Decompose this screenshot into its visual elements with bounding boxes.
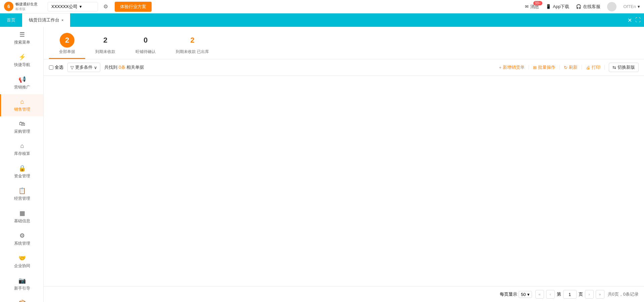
online-service-button[interactable]: 🎧 在线客服	[576, 4, 600, 10]
page-suffix: 页	[579, 291, 583, 297]
add-sale-order-button[interactable]: + 新增销货单	[499, 64, 525, 70]
sidebar-item-finance[interactable]: 🔒 资金管理	[0, 161, 43, 183]
sidebar-item-guide[interactable]: 📷 新手引导	[0, 273, 43, 295]
filter-chevron-icon: ∨	[94, 65, 97, 70]
chevron-down-icon: ▾	[638, 4, 640, 9]
switch-icon: ⇆	[612, 65, 616, 70]
tab-expand-icon[interactable]: ⛶	[635, 17, 641, 23]
sidebar-label-purchase: 采购管理	[14, 129, 30, 134]
sidebar-label-business: 经营管理	[14, 196, 30, 201]
tab-right-icons: ✕ ⛶	[628, 17, 644, 23]
sidebar-item-system[interactable]: ⚙ 系统管理	[0, 228, 43, 250]
found-count: 0条	[119, 65, 125, 70]
tab-minimize-icon[interactable]: ✕	[628, 17, 632, 23]
sidebar-label-guide: 新手引导	[14, 286, 30, 291]
refresh-label: 刷新	[569, 64, 578, 70]
filter-button[interactable]: ▽ 更多条件 ∨	[67, 63, 100, 72]
stat-tab-overdue[interactable]: 2 到期未收款	[85, 30, 125, 59]
company-selector[interactable]: XXXXXX公司 ▾	[48, 2, 98, 11]
chevron-down-icon: ▾	[79, 4, 82, 9]
sidebar-item-app-center[interactable]: 📦 应用中心	[0, 295, 43, 302]
filter-icon: ▽	[70, 65, 74, 70]
batch-label: 批量操作	[538, 64, 555, 70]
stat-tab-pending[interactable]: 0 旺铺待确认	[125, 30, 166, 59]
stat-tab-overdue-out[interactable]: 2 到期未收款 已出库	[166, 30, 219, 59]
mobile-icon: 📱	[546, 4, 551, 9]
first-page-icon: «	[538, 292, 540, 296]
pagination: 每页显示 50 ▾ « ‹ 第 页 ›	[44, 286, 644, 302]
checkbox-input[interactable]	[49, 65, 53, 70]
batch-operation-button[interactable]: ⊞ 批量操作	[533, 64, 555, 70]
sidebar-item-inventory[interactable]: ⌂ 库存核算	[0, 138, 43, 161]
sidebar-item-purchase[interactable]: 🛍 采购管理	[0, 116, 43, 138]
finance-icon: 🔒	[18, 165, 26, 172]
sidebar-label-marketing: 营销推广	[14, 84, 30, 90]
add-icon: +	[499, 65, 501, 70]
sidebar-item-basic-info[interactable]: ▦ 基础信息	[0, 205, 43, 228]
found-text: 共找到 0条 相关单据	[104, 64, 144, 70]
page-size-dropdown[interactable]: 50 ▾	[519, 291, 532, 298]
main-layout: ☰ 搜索菜单 ⚡ 快捷导航 📢 营销推广 ⌂ 销售管理 🛍 采购管理 ⌂ 库存核…	[0, 27, 644, 302]
prev-page-icon: ‹	[550, 292, 551, 296]
stat-tab-all[interactable]: 2 全部单据	[49, 30, 85, 59]
service-icon: 🎧	[576, 4, 581, 9]
message-icon: ✉	[525, 4, 529, 9]
tab-close-icon[interactable]: ×	[61, 18, 63, 22]
add-label: 新增销货单	[503, 64, 525, 70]
experience-button[interactable]: 体验行业方案	[115, 2, 152, 12]
switch-label: 切换新版	[618, 64, 635, 70]
message-button[interactable]: ✉ 消息 99+	[525, 4, 539, 10]
page-size-label: 每页显示	[500, 291, 517, 297]
page-total: 共0页，0条记录	[608, 291, 639, 297]
next-page-button[interactable]: ›	[585, 290, 594, 299]
print-label: 打印	[592, 64, 600, 70]
page-label: 第	[557, 291, 561, 297]
stat-count-overdue: 2	[98, 33, 113, 48]
stat-count-pending: 0	[138, 33, 153, 48]
sidebar-item-enterprise[interactable]: 🤝 企业协同	[0, 250, 43, 273]
username-area[interactable]: OfTEn ▾	[623, 4, 640, 9]
inventory-icon: ⌂	[20, 142, 24, 149]
stat-label-all: 全部单据	[59, 49, 75, 55]
app-center-icon: 📦	[18, 299, 26, 302]
page-number-input[interactable]	[563, 290, 577, 299]
search-menu-icon: ☰	[19, 31, 25, 38]
tab-home-label: 首页	[7, 17, 15, 23]
basic-info-icon: ▦	[19, 209, 25, 217]
app-download-button[interactable]: 📱 App下载	[546, 4, 569, 10]
toolbar-right: + 新增销货单 ⊞ 批量操作 ↻ 刷新 🖨 打印	[499, 63, 639, 72]
select-all-checkbox[interactable]: 全选	[49, 64, 63, 70]
content-area: 2 全部单据 2 到期未收款 0 旺铺待确认 2 到期未收款 已出库 全选	[44, 27, 644, 302]
tab-home[interactable]: 首页	[0, 13, 22, 27]
business-icon: 📋	[18, 187, 26, 194]
sidebar-item-marketing[interactable]: 📢 营销推广	[0, 72, 43, 94]
sidebar-label-quick-nav: 快捷导航	[14, 62, 30, 68]
last-page-button[interactable]: »	[596, 290, 604, 299]
online-service-label: 在线客服	[583, 4, 600, 10]
tab-cashflow[interactable]: 钱货日清工作台 ×	[22, 13, 70, 27]
sidebar: ☰ 搜索菜单 ⚡ 快捷导航 📢 营销推广 ⌂ 销售管理 🛍 采购管理 ⌂ 库存核…	[0, 27, 44, 302]
first-page-button[interactable]: «	[535, 290, 544, 299]
sidebar-item-search[interactable]: ☰ 搜索菜单	[0, 27, 43, 49]
sidebar-label-search: 搜索菜单	[14, 40, 30, 45]
refresh-button[interactable]: ↻ 刷新	[564, 64, 578, 70]
user-avatar[interactable]	[607, 2, 616, 11]
sidebar-item-quick-nav[interactable]: ⚡ 快捷导航	[0, 49, 43, 72]
page-navigation: « ‹ 第 页 › »	[535, 290, 604, 299]
settings-button[interactable]: ⚙	[101, 2, 111, 12]
stat-label-overdue-out: 到期未收款 已出库	[176, 49, 209, 55]
sidebar-item-business[interactable]: 📋 经营管理	[0, 183, 43, 205]
quick-nav-icon: ⚡	[18, 53, 26, 61]
avatar-image	[607, 2, 616, 11]
sidebar-item-sales[interactable]: ⌂ 销售管理	[0, 94, 43, 116]
company-name: XXXXXX公司	[51, 4, 77, 10]
switch-version-button[interactable]: ⇆ 切换新版	[609, 63, 639, 72]
page-size-value: 50	[521, 292, 526, 297]
enterprise-icon: 🤝	[18, 254, 26, 262]
system-icon: ⚙	[19, 232, 25, 239]
prev-page-button[interactable]: ‹	[546, 290, 555, 299]
table-area	[44, 76, 644, 286]
print-button[interactable]: 🖨 打印	[586, 64, 600, 70]
marketing-icon: 📢	[18, 76, 26, 83]
last-page-icon: »	[599, 292, 601, 296]
